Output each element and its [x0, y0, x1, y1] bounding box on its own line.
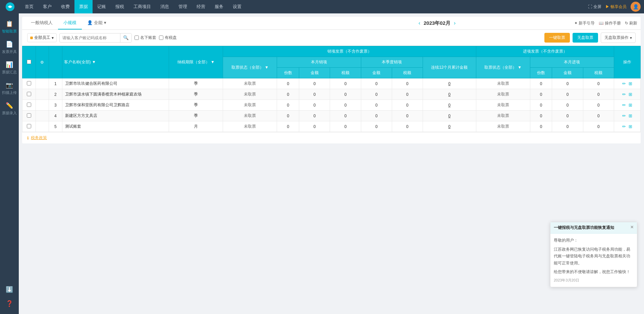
- notification-popup: 一键报税与无盘取票功能恢复通知 ✕ 尊敬的用户： 江苏政务网已恢复访问电子税务局…: [550, 222, 637, 287]
- user-avatar[interactable]: 👤: [631, 2, 641, 12]
- sidebar-label-invoice-summary: 票据汇总: [2, 70, 17, 75]
- next-period-button[interactable]: ›: [454, 20, 455, 26]
- nav-message[interactable]: 消息: [156, 0, 174, 13]
- manual-icon: 📖: [599, 21, 604, 25]
- nav-client[interactable]: 客户: [38, 0, 56, 13]
- has-ticket-checkbox[interactable]: [159, 36, 163, 40]
- view-icon-3[interactable]: ⊞: [629, 113, 632, 118]
- select-all-checkbox[interactable]: [27, 60, 31, 64]
- th-purchase-month-count: 份数: [530, 68, 552, 78]
- sidebar-item-help[interactable]: ❓: [0, 297, 19, 311]
- sidebar-item-invoice-summary[interactable]: 📊 票据汇总: [0, 58, 19, 78]
- view-icon-0[interactable]: ⊞: [629, 81, 632, 86]
- row-checkbox-0[interactable]: [27, 81, 31, 85]
- row-checkbox-4[interactable]: [27, 124, 31, 128]
- no-disk-ops-arrow: ▾: [630, 36, 632, 40]
- notification-header: 一键报税与无盘取票功能恢复通知 ✕: [550, 222, 637, 234]
- member-button[interactable]: ▶ 畅享会员: [605, 4, 627, 10]
- tab-all-capable[interactable]: 👤 全能 ▾: [82, 17, 112, 29]
- sidebar-bottom: ⬇️ ❓: [0, 282, 19, 314]
- sidebar-item-invoice-entry[interactable]: ✏️ 票据录入: [0, 99, 19, 119]
- top-navigation: 首页 客户 收费 票据 记账 报税 工商项目 消息 管理 经营 服务 设置 ⛶ …: [0, 0, 644, 13]
- search-input[interactable]: [60, 36, 120, 40]
- view-icon-2[interactable]: ⊞: [629, 103, 632, 108]
- th-purchase-month-tax: 税额: [583, 68, 614, 78]
- view-icon-1[interactable]: ⊞: [629, 92, 632, 97]
- help-icon: ❓: [6, 300, 13, 307]
- nav-business[interactable]: 工商项目: [129, 0, 156, 13]
- th-client-name: 客户名称(全部) ▼: [62, 46, 169, 78]
- sidebar-item-download[interactable]: ⬇️: [0, 282, 19, 297]
- employee-filter-label: 全部员工: [34, 35, 50, 41]
- nav-home[interactable]: 首页: [20, 0, 38, 13]
- edit-icon-0[interactable]: ✏: [622, 81, 626, 86]
- period-display: 2023年02月: [424, 20, 450, 26]
- invoice-table-container: ⚙ 客户名称(全部) ▼ 纳税期限（全部） ▼ 销项发票（不含作废票） 进项发票…: [22, 46, 641, 132]
- nav-management[interactable]: 管理: [174, 0, 192, 13]
- tab-general-taxpayer[interactable]: 一般纳税人: [25, 17, 58, 29]
- view-icon-4[interactable]: ⊞: [629, 124, 632, 129]
- notif-text: 江苏政务网已恢复访问电子税务局功能，易代账一键登陆电子税务局与无盘取票相关功能可…: [554, 246, 634, 266]
- th-settings: ⚙: [36, 46, 49, 78]
- no-disk-ticket-button[interactable]: 无盘取票: [573, 33, 598, 43]
- no-disk-ops-button[interactable]: 无盘取票操作 ▾: [601, 33, 636, 43]
- has-ticket-checkbox-label[interactable]: 有税盘: [159, 35, 177, 41]
- issue-invoice-icon: 📄: [6, 41, 13, 48]
- search-icon: 🔍: [123, 35, 129, 40]
- prev-period-button[interactable]: ‹: [419, 20, 420, 26]
- manual-button[interactable]: 📖 操作手册: [599, 20, 621, 26]
- nav-operation[interactable]: 经营: [192, 0, 210, 13]
- nav-bookkeeping[interactable]: 记账: [93, 0, 111, 13]
- search-wrap: 🔍: [59, 33, 132, 43]
- sidebar-item-scan-upload[interactable]: 📷 扫描上传: [0, 78, 19, 99]
- notification-body: 尊敬的用户： 江苏政务网已恢复访问电子税务局功能，易代账一键登陆电子税务局与无盘…: [550, 234, 637, 287]
- invoice-summary-icon: 📊: [6, 61, 13, 68]
- th-cumul-12m: 连续12个月累计金额: [423, 57, 476, 78]
- employee-filter[interactable]: 全部员工 ▾: [27, 33, 57, 42]
- row-checkbox-3[interactable]: [27, 113, 31, 118]
- sidebar-item-issue-invoice[interactable]: 📄 发票开具: [0, 37, 19, 58]
- employee-filter-arrow: ▾: [52, 36, 54, 40]
- nav-invoice[interactable]: 票据: [74, 0, 93, 13]
- scan-upload-icon: 📷: [6, 81, 13, 89]
- period-filter-icon[interactable]: ▼: [211, 60, 215, 64]
- notif-date: 2023年3月20日: [554, 277, 634, 284]
- filter-icon[interactable]: ▼: [92, 60, 96, 64]
- sub-account-checkbox[interactable]: [135, 36, 139, 40]
- has-ticket-label: 有税盘: [165, 35, 177, 41]
- download-icon: ⬇️: [6, 286, 13, 293]
- new-guide-button[interactable]: ✦ 新手引导: [574, 20, 595, 26]
- nav-service[interactable]: 服务: [210, 0, 228, 13]
- fullscreen-button[interactable]: ⛶ 全屏: [588, 4, 601, 10]
- settings-icon[interactable]: ⚙: [40, 60, 44, 65]
- refresh-button[interactable]: ↻ 刷新: [625, 20, 637, 26]
- notification-close-button[interactable]: ✕: [630, 225, 634, 231]
- search-button[interactable]: 🔍: [120, 33, 131, 43]
- refresh-icon: ↻: [625, 21, 628, 25]
- tax-policy-link[interactable]: 税务政策: [31, 135, 47, 141]
- app-logo[interactable]: [3, 0, 17, 13]
- nav-tax[interactable]: 报税: [111, 0, 129, 13]
- edit-icon-3[interactable]: ✏: [622, 113, 626, 118]
- sub-account-checkbox-label[interactable]: 名下账套: [135, 35, 156, 41]
- notif-apology: 给您带来的不便敬请谅解，祝您工作愉快！: [554, 268, 634, 275]
- purchase-status-filter[interactable]: ▼: [518, 65, 522, 70]
- th-current-month-sales: 本月销项: [277, 57, 361, 68]
- th-purchase-invoice-group: 进项发票（不含作废票）: [476, 46, 614, 57]
- toolbar-right: 一键取票 无盘取票 无盘取票操作 ▾: [544, 33, 636, 43]
- th-purchase-status: 取票状态（全部） ▼: [476, 57, 530, 78]
- edit-icon-1[interactable]: ✏: [622, 92, 626, 97]
- sales-status-filter[interactable]: ▼: [265, 65, 269, 70]
- edit-icon-2[interactable]: ✏: [622, 103, 626, 108]
- row-checkbox-1[interactable]: [27, 92, 31, 96]
- one-key-ticket-button[interactable]: 一键取票: [544, 33, 570, 43]
- sidebar-label-invoice-entry: 票据录入: [2, 111, 17, 116]
- th-sales-status: 取票状态（全部） ▼: [223, 57, 277, 78]
- row-checkbox-2[interactable]: [27, 103, 31, 107]
- edit-icon-4[interactable]: ✏: [622, 124, 626, 129]
- nav-settings[interactable]: 设置: [228, 0, 246, 13]
- th-checkbox: [22, 46, 36, 78]
- sidebar-item-smart-ticket[interactable]: 📋 智能取票: [0, 17, 19, 37]
- nav-fees[interactable]: 收费: [56, 0, 74, 13]
- tab-small-scale[interactable]: 小规模: [58, 17, 82, 29]
